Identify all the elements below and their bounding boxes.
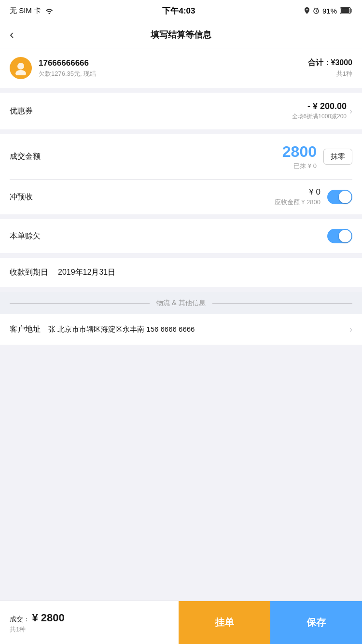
status-right: 91% (304, 7, 352, 15)
coupon-label: 优惠券 (10, 106, 33, 116)
prepay-row: 冲预收 ¥ 0 应收金额 ¥ 2800 (0, 180, 362, 214)
debit-toggle[interactable] (327, 229, 352, 243)
customer-phone: 17666666666 (39, 58, 96, 68)
address-row[interactable]: 客户地址 张 北京市市辖区海淀区永丰南 156 6666 6666 › (0, 314, 362, 345)
bottom-deal-row: 成交： ¥ 2800 (10, 612, 169, 624)
amount-section: 成交金额 2800 已抹 ¥ 0 抹零 冲预收 ¥ 0 应收金额 ¥ 2800 (0, 134, 362, 214)
avatar-icon (14, 61, 28, 75)
gray-area (0, 345, 362, 403)
battery-icon (340, 7, 352, 14)
content: 17666666666 欠款1276.35元, 现结 合计：¥3000 共1种 … (0, 48, 362, 446)
prepay-value-wrap: ¥ 0 应收金额 ¥ 2800 (275, 187, 320, 207)
location-icon (304, 7, 310, 14)
address-label: 客户地址 (10, 324, 48, 335)
customer-left: 17666666666 欠款1276.35元, 现结 (10, 57, 96, 79)
svg-point-9 (15, 70, 26, 75)
amount-label: 成交金额 (10, 152, 41, 162)
coupon-right: - ¥ 200.00 全场6折满1000减200 › (292, 101, 352, 121)
svg-line-4 (317, 8, 318, 9)
address-chevron-icon: › (349, 324, 352, 335)
due-date-value: 2019年12月31日 (58, 267, 115, 278)
customer-sub: 欠款1276.35元, 现结 (39, 70, 96, 78)
prepay-toggle[interactable] (327, 190, 352, 204)
amount-right: 2800 已抹 ¥ 0 抹零 (282, 143, 352, 170)
bottom-count: 共1种 (10, 625, 169, 634)
due-date-label: 收款到期日 (10, 267, 48, 278)
svg-line-2 (316, 11, 317, 12)
sim-status: 无 SIM 卡 (10, 6, 41, 15)
customer-info: 17666666666 欠款1276.35元, 现结 (39, 58, 96, 78)
prepay-amount: ¥ 0 (275, 187, 320, 197)
prepay-sub: 应收金额 ¥ 2800 (275, 198, 320, 207)
hang-button[interactable]: 挂单 (179, 601, 270, 644)
due-date-row: 收款到期日 2019年12月31日 (0, 258, 362, 287)
coupon-section: 优惠券 - ¥ 200.00 全场6折满1000减200 › (0, 93, 362, 129)
bottom-deal-label: 成交： (10, 615, 30, 623)
back-button[interactable]: ‹ (6, 23, 18, 46)
customer-right: 合计：¥3000 共1种 (308, 58, 353, 78)
amount-row: 成交金额 2800 已抹 ¥ 0 抹零 (0, 134, 362, 179)
customer-total-amount: 合计：¥3000 (308, 58, 353, 68)
coupon-desc: 全场6折满1000减200 (292, 112, 347, 121)
debit-toggle-thumb (339, 230, 351, 242)
bottom-summary: 成交： ¥ 2800 共1种 (0, 612, 179, 634)
status-left: 无 SIM 卡 (10, 6, 54, 15)
coupon-row[interactable]: 优惠券 - ¥ 200.00 全场6折满1000减200 › (0, 93, 362, 129)
section-divider: 物流 & 其他信息 (0, 292, 362, 314)
amount-sub: 已抹 ¥ 0 (282, 162, 317, 170)
chevron-right-icon: › (349, 106, 352, 116)
customer-row: 17666666666 欠款1276.35元, 现结 合计：¥3000 共1种 (0, 48, 362, 88)
nav-bar: ‹ 填写结算等信息 (0, 21, 362, 48)
coupon-discount: - ¥ 200.00 (292, 101, 347, 112)
divider-line-left (10, 303, 150, 304)
bottom-bar: 成交： ¥ 2800 共1种 挂单 保存 (0, 601, 362, 644)
customer-section: 17666666666 欠款1276.35元, 现结 合计：¥3000 共1种 (0, 48, 362, 88)
svg-line-3 (314, 8, 315, 9)
avatar (10, 57, 32, 79)
save-button[interactable]: 保存 (270, 601, 362, 644)
debit-row: 本单赊欠 (0, 219, 362, 253)
alarm-icon (313, 7, 320, 14)
bottom-amount: ¥ 2800 (32, 612, 64, 624)
status-bar: 无 SIM 卡 下午4:03 91% (0, 0, 362, 21)
svg-rect-6 (341, 8, 349, 13)
amount-value-wrap: 2800 已抹 ¥ 0 (282, 143, 317, 170)
divider-line-right (212, 303, 352, 304)
section-divider-text: 物流 & 其他信息 (156, 299, 205, 308)
svg-point-8 (17, 63, 24, 70)
wifi-icon (45, 7, 54, 14)
battery-text: 91% (322, 7, 337, 15)
customer-count: 共1种 (308, 70, 353, 78)
debit-label: 本单赊欠 (10, 231, 41, 241)
toggle-thumb (339, 191, 351, 203)
prepay-right: ¥ 0 应收金额 ¥ 2800 (275, 187, 352, 207)
address-value: 张 北京市市辖区海淀区永丰南 156 6666 6666 (48, 324, 345, 335)
prepay-label: 冲预收 (10, 192, 33, 202)
page-title: 填写结算等信息 (151, 29, 211, 41)
status-time: 下午4:03 (162, 5, 195, 16)
round-button[interactable]: 抹零 (323, 149, 352, 165)
amount-value: 2800 (282, 143, 317, 161)
